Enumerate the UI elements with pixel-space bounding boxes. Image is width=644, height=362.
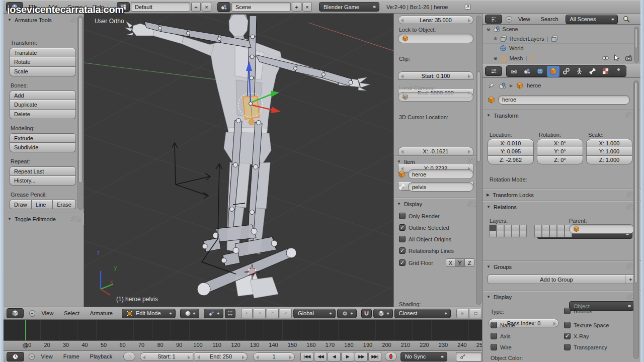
grid-axis-y-button[interactable]: Y <box>455 258 465 267</box>
outliner-row-scene[interactable]: ⊖ Scene <box>482 25 640 34</box>
layer-cell[interactable] <box>504 231 512 237</box>
physics-tab[interactable] <box>612 66 625 77</box>
transform-orientation-dropdown[interactable]: Global <box>293 309 336 318</box>
transparency-checkbox[interactable] <box>564 344 571 350</box>
previous-keyframe-button[interactable]: ◀◀ <box>314 352 327 361</box>
render-engine-dropdown[interactable]: Blender Game <box>319 2 379 12</box>
manipulate-center-points-toggle[interactable] <box>225 309 235 318</box>
rotation-y-field[interactable]: Y: 0° <box>537 147 583 156</box>
outline-selected-checkbox[interactable] <box>399 224 406 231</box>
extrude-button[interactable]: Extrude <box>10 133 76 143</box>
record-button[interactable] <box>385 352 397 361</box>
outliner-item-label[interactable]: Mesh <box>510 55 523 61</box>
transform-panel-header[interactable]: Transform <box>482 110 640 120</box>
toggle-editmode-panel-header[interactable]: Toggle Editmode <box>4 213 84 225</box>
timeline-ruler[interactable]: 1020304050607080901001101201301401501601… <box>4 340 482 350</box>
armature-menu[interactable]: Armature <box>86 310 117 316</box>
grid-axis-z-button[interactable]: Z <box>465 258 474 267</box>
object-name-input[interactable]: heroe <box>498 95 630 105</box>
outliner-search-menu[interactable]: Search <box>536 16 563 22</box>
use-preview-range-button[interactable] <box>123 352 135 361</box>
snap-target-dropdown[interactable]: Closest <box>394 309 451 318</box>
rotation-x-field[interactable]: X: 0° <box>537 139 583 147</box>
layer-cell[interactable] <box>557 231 565 237</box>
lock-to-object-field[interactable] <box>398 34 473 43</box>
all-object-origins-checkbox[interactable] <box>399 236 406 242</box>
outliner-row-world[interactable]: World <box>482 44 640 53</box>
maximize-window-icon[interactable] <box>464 3 471 11</box>
scale-x-field[interactable]: X: 1.000 <box>586 139 632 147</box>
frame-end-field[interactable]: End: 250 <box>195 352 248 361</box>
expand-mesh-toggle[interactable]: ⊕ <box>494 56 498 61</box>
timeline-track-area[interactable] <box>4 320 482 340</box>
mode-dropdown[interactable]: Edit Mode <box>122 309 176 318</box>
viewport-3d[interactable]: User Ortho (1) heroe pelvis z y x <box>84 14 393 307</box>
parent-field[interactable] <box>569 224 634 234</box>
n-panel-scrollbar[interactable] <box>476 16 481 305</box>
grease-draw-button[interactable]: Draw <box>10 200 32 209</box>
editor-type-outliner-selector[interactable] <box>485 15 502 24</box>
add-bone-button[interactable]: Add <box>10 90 76 100</box>
location-y-field[interactable]: Y: 0.095 <box>488 147 534 156</box>
keying-set-field[interactable] <box>456 352 482 361</box>
delete-bone-button[interactable]: Delete <box>10 110 76 119</box>
wire-checkbox[interactable] <box>491 344 497 350</box>
layer-cell[interactable] <box>489 231 497 237</box>
location-z-field[interactable]: Z: -2.962 <box>488 156 534 164</box>
item-panel-header[interactable]: Item <box>397 158 477 165</box>
outliner-item-label[interactable]: RenderLayers <box>510 36 544 42</box>
texture-tab[interactable] <box>599 66 612 77</box>
outliner-item-label[interactable]: Scene <box>503 26 518 32</box>
expand-renderlayers-toggle[interactable]: ⊕ <box>494 36 498 41</box>
scene-icon-button[interactable] <box>217 2 230 12</box>
layer-cell[interactable] <box>542 231 549 237</box>
viewport-shading-dropdown[interactable] <box>180 309 200 318</box>
search-icon[interactable] <box>622 15 630 23</box>
local-camera-field[interactable] <box>398 92 473 102</box>
transform-locks-panel-header[interactable]: Transform Locks <box>487 192 636 198</box>
scale-button[interactable]: Scale <box>10 67 76 76</box>
xray-checkbox[interactable] <box>564 333 571 339</box>
groups-panel-header[interactable]: Groups <box>487 263 636 270</box>
next-keyframe-button[interactable]: ▶▶ <box>355 352 368 361</box>
bounds-checkbox[interactable] <box>564 308 571 314</box>
play-reverse-button[interactable]: ◀ <box>328 352 341 361</box>
scale-z-field[interactable]: Z: 1.000 <box>586 156 632 164</box>
layers-grid-right[interactable] <box>535 225 574 237</box>
display-panel-header[interactable]: Display <box>487 294 636 300</box>
layers-grid-left[interactable] <box>490 225 529 237</box>
view-menu[interactable]: View <box>37 310 58 316</box>
breadcrumb-object-name[interactable]: heroe <box>527 82 541 88</box>
layer-cell[interactable] <box>512 231 519 237</box>
history-button[interactable]: History... <box>10 176 76 186</box>
object-tab[interactable] <box>547 66 559 77</box>
frame-start-field[interactable]: Start: 1 <box>140 352 193 361</box>
scale-manipulator-button[interactable] <box>280 309 292 318</box>
collapse-menus-button[interactable] <box>29 353 35 360</box>
outliner-filter-dropdown[interactable]: All Scenes <box>566 15 618 24</box>
bone-tab[interactable] <box>586 66 599 77</box>
current-frame-field[interactable]: 1 <box>253 352 295 361</box>
close-layout-button[interactable]: × <box>202 2 211 12</box>
texture-space-checkbox[interactable] <box>564 322 571 328</box>
render-tab[interactable] <box>508 66 520 77</box>
object-name-field[interactable]: heroe <box>408 169 473 179</box>
editor-type-properties-selector[interactable] <box>485 66 502 76</box>
relationship-lines-checkbox[interactable] <box>399 247 406 254</box>
panel-grip[interactable] <box>71 216 81 222</box>
outliner-view-menu[interactable]: View <box>514 16 535 22</box>
clip-start-field[interactable]: Start: 0.100 <box>398 71 473 80</box>
outliner-scrollbar[interactable] <box>634 27 639 63</box>
snap-toggle-button[interactable] <box>361 309 372 318</box>
timeline-frame-menu[interactable]: Frame <box>59 353 84 359</box>
grid-axis-x-button[interactable]: X <box>446 258 455 267</box>
armature-tools-panel-header[interactable]: Armature Tools <box>4 14 84 24</box>
screen-layout-name-field[interactable]: Default <box>131 2 190 12</box>
cursor-x-field[interactable]: X: -0.1621 <box>398 147 473 155</box>
tool-shelf-scrollbar-thumb[interactable] <box>78 17 83 183</box>
lens-field[interactable]: Lens: 35.000 <box>398 16 473 24</box>
layer-cell[interactable] <box>519 231 527 237</box>
layer-cell[interactable] <box>497 231 504 237</box>
properties-scrollbar[interactable] <box>633 80 639 359</box>
outliner-scrollbar-thumb[interactable] <box>635 28 638 48</box>
